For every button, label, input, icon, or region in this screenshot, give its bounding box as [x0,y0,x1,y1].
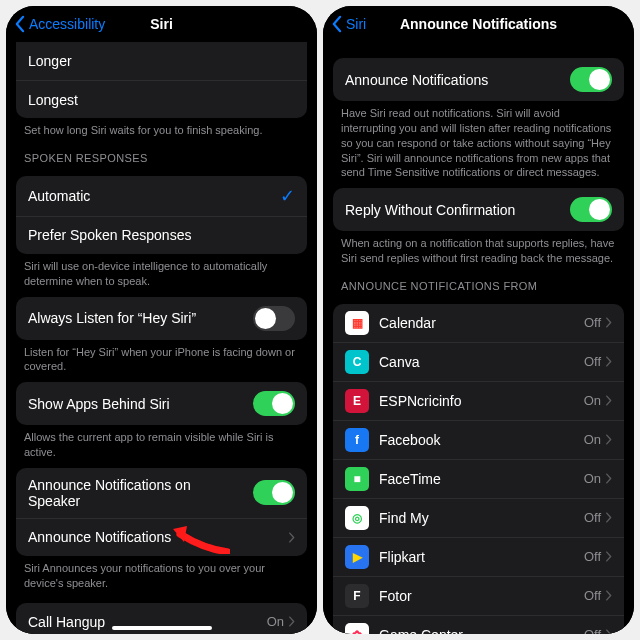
option-longer[interactable]: Longer [16,42,307,80]
chevron-right-icon [605,473,612,484]
chevron-right-icon [605,629,612,634]
spoken-responses-header: SPOKEN RESPONSES [6,138,317,168]
app-icon: C [345,350,369,374]
app-name: Canva [379,354,584,370]
scroll-area[interactable]: Announce Notifications Have Siri read ou… [323,42,634,634]
chevron-right-icon [288,616,295,627]
app-icon: ✿ [345,623,369,634]
back-button[interactable]: Accessibility [14,6,105,42]
page-title: Siri [150,16,173,32]
spoken-footer: Siri will use on-device intelligence to … [6,254,317,289]
announce-toggle-group: Announce Notifications [333,58,624,101]
navbar: Siri Announce Notifications [323,6,634,42]
app-icon: F [345,584,369,608]
announce-notifications-toggle[interactable] [570,67,612,92]
app-icon: ▦ [345,311,369,335]
page-title: Announce Notifications [400,16,557,32]
call-hangup-value: On [267,614,284,629]
navbar: Accessibility Siri [6,6,317,42]
app-row[interactable]: CCanvaOff [333,342,624,381]
option-prefer-spoken[interactable]: Prefer Spoken Responses [16,216,307,254]
announce-group: Announce Notifications on Speaker Announ… [16,468,307,556]
hey-siri-footer: Listen for “Hey Siri” when your iPhone i… [6,340,317,375]
app-icon: E [345,389,369,413]
show-apps-row[interactable]: Show Apps Behind Siri [16,382,307,425]
show-apps-footer: Allows the current app to remain visible… [6,425,317,460]
announce-on-speaker-row[interactable]: Announce Notifications on Speaker [16,468,307,518]
announce-notifications-row[interactable]: Announce Notifications [16,518,307,556]
announce-footer: Siri Announces your notifications to you… [6,556,317,591]
app-name: Flipkart [379,549,584,565]
app-icon: f [345,428,369,452]
app-status: Off [584,510,612,525]
announce-from-header: ANNOUNCE NOTIFICATIONS FROM [323,266,634,296]
pause-footer: Set how long Siri waits for you to finis… [6,118,317,138]
scroll-area[interactable]: Longer Longest Set how long Siri waits f… [6,42,317,634]
chevron-right-icon [605,512,612,523]
hey-siri-group: Always Listen for “Hey Siri” [16,297,307,340]
reply-footer: When acting on a notification that suppo… [323,231,634,266]
reply-without-confirmation-toggle[interactable] [570,197,612,222]
app-icon: ◎ [345,506,369,530]
announce-notifications-screen: Siri Announce Notifications Announce Not… [323,6,634,634]
chevron-right-icon [605,434,612,445]
app-row[interactable]: ■FaceTimeOn [333,459,624,498]
chevron-right-icon [605,551,612,562]
app-status: On [584,471,612,486]
chevron-left-icon [331,15,342,33]
chevron-right-icon [288,532,295,543]
back-label: Accessibility [29,16,105,32]
app-name: Calendar [379,315,584,331]
siri-settings-screen: Accessibility Siri Longer Longest Set ho… [6,6,317,634]
app-status: Off [584,354,612,369]
app-name: ESPNcricinfo [379,393,584,409]
show-apps-toggle[interactable] [253,391,295,416]
home-indicator[interactable] [112,626,212,630]
back-label: Siri [346,16,366,32]
app-name: Find My [379,510,584,526]
spoken-responses-group: Automatic ✓ Prefer Spoken Responses [16,176,307,254]
app-row[interactable]: ▦CalendarOff [333,304,624,342]
app-icon: ■ [345,467,369,491]
option-automatic[interactable]: Automatic ✓ [16,176,307,216]
option-longest[interactable]: Longest [16,80,307,118]
chevron-right-icon [605,356,612,367]
app-status: Off [584,549,612,564]
app-row[interactable]: ▶FlipkartOff [333,537,624,576]
back-button[interactable]: Siri [331,6,366,42]
app-name: Game Center [379,627,584,634]
app-status: Off [584,627,612,634]
app-status: On [584,393,612,408]
pause-time-group: Longer Longest [16,42,307,118]
show-apps-group: Show Apps Behind Siri [16,382,307,425]
app-icon: ▶ [345,545,369,569]
app-row[interactable]: EESPNcricinfoOn [333,381,624,420]
announce-on-speaker-toggle[interactable] [253,480,295,505]
app-name: Fotor [379,588,584,604]
app-name: FaceTime [379,471,584,487]
announce-notifications-row[interactable]: Announce Notifications [333,58,624,101]
always-listen-toggle[interactable] [253,306,295,331]
always-listen-row[interactable]: Always Listen for “Hey Siri” [16,297,307,340]
app-status: Off [584,588,612,603]
chevron-right-icon [605,317,612,328]
reply-group: Reply Without Confirmation [333,188,624,231]
chevron-left-icon [14,15,25,33]
app-row[interactable]: ✿Game CenterOff [333,615,624,634]
chevron-right-icon [605,395,612,406]
reply-without-confirmation-row[interactable]: Reply Without Confirmation [333,188,624,231]
apps-list: ▦CalendarOffCCanvaOffEESPNcricinfoOnfFac… [333,304,624,634]
announce-footer: Have Siri read out notifications. Siri w… [323,101,634,180]
checkmark-icon: ✓ [280,185,295,207]
app-row[interactable]: ◎Find MyOff [333,498,624,537]
app-row[interactable]: FFotorOff [333,576,624,615]
chevron-right-icon [605,590,612,601]
app-row[interactable]: fFacebookOn [333,420,624,459]
app-status: Off [584,315,612,330]
app-name: Facebook [379,432,584,448]
app-status: On [584,432,612,447]
